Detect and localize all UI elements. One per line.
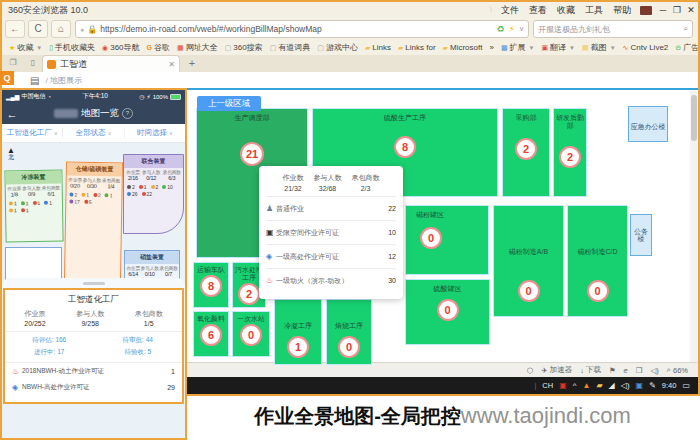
- permit-row[interactable]: ♨2018NBWH-动土作业许可证1: [12, 363, 175, 379]
- ad-block-button[interactable]: ⊝广告拦截: [675, 42, 698, 53]
- dropdown-caret-icon[interactable]: ∨: [519, 25, 524, 33]
- back-to-parent-area-button[interactable]: 上一级区域: [197, 96, 261, 111]
- tab-list-icon[interactable]: ❐: [6, 58, 20, 70]
- tab-active[interactable]: 工智道 ✕: [42, 55, 180, 72]
- menu-file[interactable]: 文件: [501, 4, 519, 17]
- search-icon[interactable]: ⌕: [684, 24, 688, 34]
- help-icon[interactable]: ?: [122, 108, 133, 119]
- minimize-button[interactable]: ─: [656, 5, 670, 15]
- speed-mode-icon[interactable]: ⚡: [509, 24, 515, 34]
- maximize-button[interactable]: ❐: [670, 5, 684, 15]
- ie-mode-icon[interactable]: e: [624, 366, 628, 375]
- map-area-purchasing[interactable]: 采购部2: [502, 108, 550, 197]
- factory-filter[interactable]: 工智道化工厂 ∨: [2, 128, 62, 138]
- redacted-text-block: [54, 109, 78, 118]
- mute-icon[interactable]: ◁): [651, 366, 659, 375]
- bookmark-mobile-favorites[interactable]: ▯手机收藏夹: [49, 42, 95, 53]
- map-area-condensing[interactable]: 冷凝工序1: [274, 299, 322, 365]
- cntv-live-button[interactable]: ∿Cntv Live2: [623, 43, 669, 52]
- notebook-icon[interactable]: [640, 6, 652, 15]
- bookmark-favorites[interactable]: ★收藏▼: [9, 42, 42, 53]
- home-button[interactable]: ⌂: [51, 20, 71, 38]
- folder-icon[interactable]: ▰: [596, 381, 602, 390]
- map-area-roasting[interactable]: 焙烧工序0: [326, 299, 372, 365]
- tray-expand-icon[interactable]: ^: [573, 381, 577, 390]
- permit-row[interactable]: ◈NBWH-高处作业许可证29: [12, 379, 175, 395]
- 360-tray-icon[interactable]: ▲: [583, 381, 591, 390]
- accelerator-button[interactable]: ✈ 加速器: [541, 365, 572, 375]
- search-input[interactable]: 开服送极品九剑礼包 ⌕: [533, 20, 693, 38]
- bookmark-folder-links[interactable]: ▰Links: [365, 43, 391, 52]
- mobile-preview-panel: ▂▄▆ 中国电信 ◔ 下午4:10 ◷ ⚡ 100% ← 地图一览 ? 工智道化…: [0, 88, 187, 440]
- map-area-sulfuric-tank[interactable]: 硫酸罐区0: [405, 279, 490, 345]
- extensions-button[interactable]: ▩扩展▼: [501, 42, 535, 53]
- back-button[interactable]: ←: [5, 20, 25, 38]
- bookmark-folder-links-for[interactable]: ▰Links for: [398, 43, 436, 52]
- map-area-magnetic-mfg-cd[interactable]: 磁粉制造C/D0: [567, 205, 628, 317]
- stat-in-progress: 进行中: 17: [5, 348, 94, 357]
- factory-summary-card: 工智道化工厂 作业票20/252 参与人数9/258 承包商数1/5 待评估: …: [3, 288, 184, 404]
- map-area-water-station[interactable]: 一次水站0: [232, 311, 270, 357]
- phone-zone-orange[interactable]: 仓储/硫磺装置 作业票0/20 参与人数0/30 承包商数1/4 2121175: [64, 162, 123, 281]
- bookmark-site-list[interactable]: ▦网址大全: [177, 42, 218, 53]
- new-tab-button[interactable]: +: [184, 57, 200, 71]
- menu-tools[interactable]: 工具: [585, 4, 603, 17]
- language-indicator[interactable]: CH: [542, 381, 553, 390]
- map-area-service-building[interactable]: 公务楼: [630, 214, 652, 256]
- phone-back-icon[interactable]: ←: [2, 108, 22, 120]
- block-icon: ⊝: [675, 44, 681, 52]
- popup-col-tickets: 作业票20/252: [24, 309, 45, 327]
- menu-favorites[interactable]: 收藏: [557, 4, 575, 17]
- bookmark-google[interactable]: G谷歌: [147, 42, 170, 53]
- map-area-rd-logistics[interactable]: 研发后勤部2: [553, 108, 587, 197]
- skin-icon[interactable]: ⬡: [527, 366, 534, 375]
- flag-icon[interactable]: ⚑: [609, 366, 616, 375]
- translate-button[interactable]: ▣翻译▼: [541, 42, 575, 53]
- work-at-height-icon: ◈: [266, 252, 276, 261]
- tab-close-icon[interactable]: ✕: [168, 60, 175, 69]
- map-area-transport[interactable]: 运输车队8: [193, 262, 229, 308]
- bookmark-game-center[interactable]: ▢游戏中心: [317, 42, 358, 53]
- bookmark-360search[interactable]: ▢360搜索: [225, 42, 263, 53]
- zoom-control[interactable]: ⌕ 66%: [667, 365, 688, 375]
- close-button[interactable]: ✕: [684, 5, 698, 15]
- zone-legend: 111111: [6, 198, 62, 216]
- download-button[interactable]: ↓ 下载: [580, 365, 601, 375]
- map-area-magnetic-mfg-ab[interactable]: 磁粉制造A/B0: [493, 205, 564, 317]
- hamburger-icon[interactable]: ▤: [30, 75, 39, 86]
- refresh-button[interactable]: C: [28, 20, 48, 38]
- scrollbar-thumb[interactable]: [691, 95, 697, 141]
- site-info-icon[interactable]: ●: [80, 26, 84, 33]
- no-trace-icon[interactable]: ♻: [496, 24, 504, 34]
- work-count-badge: 0: [437, 299, 459, 321]
- screenshot-button[interactable]: ▤截图▼: [582, 42, 616, 53]
- menu-view[interactable]: 查看: [529, 4, 547, 17]
- taskbar-clock[interactable]: 9:40: [662, 381, 677, 390]
- phone-status-bar: ▂▄▆ 中国电信 ◔ 下午4:10 ◷ ⚡ 100%: [2, 90, 185, 103]
- status-filter[interactable]: 全部状态 ∨: [62, 128, 123, 138]
- menu-help[interactable]: 帮助: [613, 4, 631, 17]
- notification-center-icon[interactable]: ▭: [682, 381, 690, 390]
- map-area-emergency-office[interactable]: 应急办公楼: [628, 106, 668, 142]
- network-icon[interactable]: ◢: [609, 381, 615, 390]
- phone-zone-purple[interactable]: 联合装置 作业票2/16 参与人数0/12 承包商数6/3 212102622: [123, 154, 184, 234]
- map-area-magnetic-tank[interactable]: 磁粉罐区0: [405, 205, 489, 275]
- page-caption: 作业全景地图-全局把控www.taojindi.com: [185, 403, 700, 430]
- volume-icon[interactable]: ◁): [621, 381, 630, 390]
- bookmark-360nav[interactable]: ◉360导航: [102, 42, 139, 53]
- photos-tray-icon[interactable]: ▣: [636, 381, 644, 390]
- window-split-icon[interactable]: ❒: [636, 366, 643, 375]
- url-input[interactable]: ● 🔒 https://demo.in-road.com/vweb/#/work…: [75, 20, 529, 38]
- bookmark-youdao[interactable]: ▢有道词典: [270, 42, 311, 53]
- bookmarks-overflow[interactable]: »: [489, 43, 493, 52]
- map-area-oxide-pigment[interactable]: 氧化颜料6: [193, 311, 229, 357]
- bookmark-folder-microsoft[interactable]: ▰Microsoft: [443, 43, 483, 52]
- phone-zone-green[interactable]: 冷冻装置 作业票1/8 参与人数0/9 承包商数6/1 111111: [4, 169, 63, 242]
- restore-tab-icon[interactable]: ▯: [26, 58, 40, 70]
- sidebar-launcher-icon[interactable]: Q: [0, 71, 14, 85]
- time-filter[interactable]: 时间选择 ∨: [124, 128, 185, 138]
- g-icon: G: [147, 44, 152, 51]
- input-method-icon[interactable]: ▣: [559, 381, 567, 390]
- work-count-badge: 2: [238, 283, 260, 305]
- pen-icon[interactable]: ✎: [649, 381, 656, 390]
